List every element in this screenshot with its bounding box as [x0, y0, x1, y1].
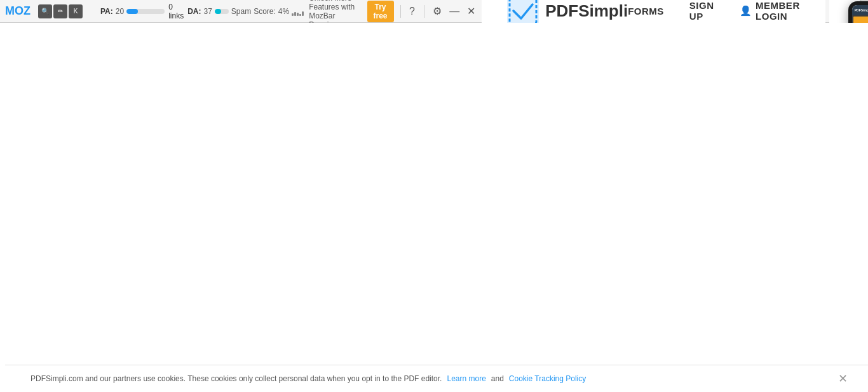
site-header: PDFSimpli FORMS SIGN UP 👤 MEMBER LOGIN: [482, 0, 825, 23]
hero-section: PDF Made Simple Convert and edit any typ…: [829, 0, 868, 23]
hero-image: PDFSimpli Forms Text Replace Font Color …: [829, 0, 868, 23]
da-bar-fill: [215, 9, 221, 14]
spam-bars: [292, 7, 304, 16]
member-icon: 👤: [740, 5, 752, 17]
mozbar-close-button[interactable]: ✕: [465, 4, 478, 18]
phone-bar: PDFSimpli DL: [852, 5, 868, 15]
spam-metric: Spam Score: 4%: [231, 7, 304, 16]
logo-icon: [507, 0, 539, 23]
settings-button[interactable]: ⚙: [430, 4, 444, 18]
nav-login-text: MEMBER LOGIN: [756, 0, 800, 22]
spam-sublabel: Score:: [254, 7, 276, 16]
svg-rect-0: [507, 0, 539, 23]
logo-text: PDFSimpli: [545, 1, 628, 21]
phone-thumb-1[interactable]: [853, 17, 868, 23]
phone-screen: PDFSimpli DL: [852, 5, 868, 23]
da-label: DA:: [187, 7, 201, 16]
pa-bar-fill: [126, 9, 138, 14]
premium-text: Unlock More Features with MozBar Premium: [309, 0, 364, 23]
phone-bar-logo: PDFSimpli: [855, 8, 868, 12]
mozbar: MOZ 🔍 ✏ K PA: 20 0 links DA: 37 Spam Sco…: [0, 0, 868, 23]
minimize-button[interactable]: —: [447, 4, 462, 18]
da-bar: [215, 9, 229, 14]
pa-value: 20: [116, 7, 124, 16]
moz-logo: MOZ: [5, 4, 31, 18]
spam-value: 4%: [278, 7, 289, 16]
pa-bar: [126, 9, 165, 14]
phone-mockup: PDFSimpli DL: [848, 1, 868, 23]
da-metric: DA: 37 Spam Score: 4% Unlock More Featur…: [187, 0, 478, 23]
nav-login[interactable]: 👤 MEMBER LOGIN: [740, 0, 800, 22]
pa-metric: PA: 20: [100, 7, 165, 16]
site-logo[interactable]: PDFSimpli: [507, 0, 628, 23]
mozbar-tool-1[interactable]: 🔍: [38, 4, 52, 18]
spam-label: Spam: [231, 7, 251, 16]
mozbar-tool-2[interactable]: ✏: [53, 4, 67, 18]
mozbar-tool-3[interactable]: K: [69, 4, 83, 18]
help-button[interactable]: ?: [407, 4, 417, 18]
site-nav: FORMS SIGN UP 👤 MEMBER LOGIN: [628, 0, 800, 22]
phone-sidebar: [852, 15, 868, 23]
phone-content: [852, 15, 868, 23]
pa-label: PA:: [100, 7, 113, 16]
nav-forms[interactable]: FORMS: [628, 6, 664, 17]
da-value: 37: [203, 7, 212, 16]
nav-signup[interactable]: SIGN UP: [689, 0, 714, 22]
try-free-button[interactable]: Try free: [367, 1, 394, 22]
devices-container: PDFSimpli Forms Text Replace Font Color …: [829, 0, 868, 23]
mozbar-tools: 🔍 ✏ K: [38, 4, 83, 18]
links-label: 0 links: [168, 3, 184, 20]
